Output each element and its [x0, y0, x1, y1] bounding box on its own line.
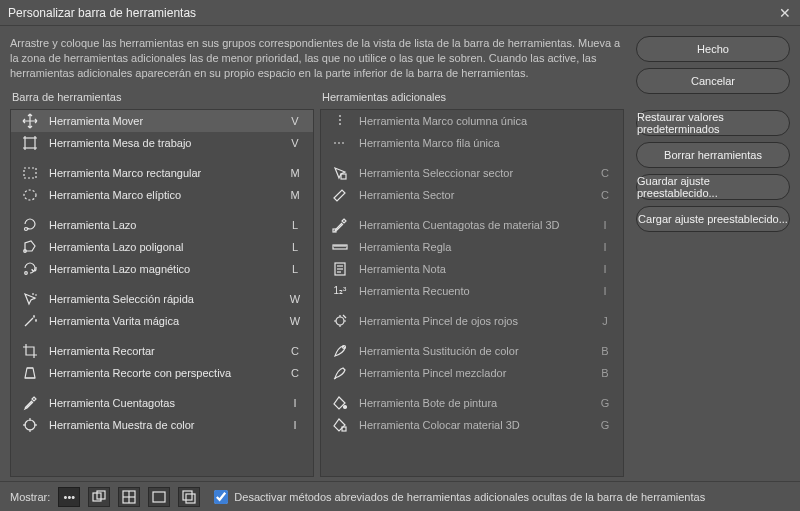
show-option-ellipsis[interactable]: ••• — [58, 487, 80, 507]
show-option-stack[interactable] — [178, 487, 200, 507]
tool-row[interactable]: Herramienta Pincel de ojos rojosJ — [321, 310, 623, 332]
tool-row[interactable]: Herramienta Varita mágicaW — [11, 310, 313, 332]
tool-row[interactable]: Herramienta Pincel mezcladorB — [321, 362, 623, 384]
tool-label: Herramienta Lazo — [49, 219, 277, 231]
tool-row[interactable]: Herramienta Marco columna única — [321, 110, 623, 132]
tool-label: Herramienta Selección rápida — [49, 293, 277, 305]
tool-row[interactable]: Herramienta Sustitución de colorB — [321, 340, 623, 362]
tool-shortcut: V — [287, 137, 303, 149]
paint-bucket-icon — [331, 394, 349, 412]
disable-shortcuts-checkbox[interactable]: Desactivar métodos abreviados de herrami… — [214, 490, 705, 504]
show-option-overlap[interactable] — [88, 487, 110, 507]
tool-label: Herramienta Pincel mezclador — [359, 367, 587, 379]
tool-shortcut: C — [287, 367, 303, 379]
tool-label: Herramienta Marco fila única — [359, 137, 587, 149]
tool-row[interactable]: 1₂³Herramienta RecuentoI — [321, 280, 623, 302]
tool-label: Herramienta Mover — [49, 115, 277, 127]
tool-row[interactable]: Herramienta NotaI — [321, 258, 623, 280]
perspective-crop-icon — [21, 364, 39, 382]
tool-row[interactable]: Herramienta Recorte con perspectivaC — [11, 362, 313, 384]
tool-row[interactable]: Herramienta Lazo magnéticoL — [11, 258, 313, 280]
eyedropper-3d-icon — [331, 216, 349, 234]
tool-row[interactable]: Herramienta ReglaI — [321, 236, 623, 258]
magic-wand-icon — [21, 312, 39, 330]
tool-shortcut: I — [287, 419, 303, 431]
tool-row[interactable]: Herramienta Seleccionar sectorC — [321, 162, 623, 184]
description-text: Arrastre y coloque las herramientas en s… — [10, 36, 624, 81]
tool-row[interactable]: Herramienta Muestra de colorI — [11, 414, 313, 436]
tool-shortcut: W — [287, 315, 303, 327]
tool-row[interactable]: Herramienta CuentagotasI — [11, 392, 313, 414]
tool-label: Herramienta Mesa de trabajo — [49, 137, 277, 149]
tool-label: Herramienta Seleccionar sector — [359, 167, 587, 179]
clear-tools-button[interactable]: Borrar herramientas — [636, 142, 790, 168]
tool-row[interactable]: Herramienta Mesa de trabajoV — [11, 132, 313, 154]
disable-shortcuts-label: Desactivar métodos abreviados de herrami… — [234, 491, 705, 503]
tool-label: Herramienta Lazo poligonal — [49, 241, 277, 253]
svg-rect-9 — [24, 168, 36, 178]
done-button[interactable]: Hecho — [636, 36, 790, 62]
extra-header: Herramientas adicionales — [320, 89, 624, 109]
tool-label: Herramienta Colocar material 3D — [359, 419, 587, 431]
tool-row[interactable]: Herramienta Lazo poligonalL — [11, 236, 313, 258]
mixer-brush-icon — [331, 364, 349, 382]
redeye-icon — [331, 312, 349, 330]
tool-label: Herramienta Varita mágica — [49, 315, 277, 327]
tool-shortcut: J — [597, 315, 613, 327]
tool-label: Herramienta Bote de pintura — [359, 397, 587, 409]
svg-rect-51 — [186, 494, 195, 503]
tool-row[interactable]: Herramienta Marco fila única — [321, 132, 623, 154]
tool-label: Herramienta Cuentagotas de material 3D — [359, 219, 587, 231]
crop-icon — [21, 342, 39, 360]
color-replace-icon — [331, 342, 349, 360]
tool-label: Herramienta Regla — [359, 241, 587, 253]
tool-shortcut: G — [597, 419, 613, 431]
tool-shortcut: L — [287, 219, 303, 231]
cancel-button[interactable]: Cancelar — [636, 68, 790, 94]
tool-row[interactable]: Herramienta Colocar material 3DG — [321, 414, 623, 436]
extra-list[interactable]: Herramienta Marco columna únicaHerramien… — [320, 109, 624, 477]
tool-row[interactable]: Herramienta Marco elípticoM — [11, 184, 313, 206]
svg-rect-24 — [333, 229, 336, 232]
show-label: Mostrar: — [10, 491, 50, 503]
tool-shortcut: C — [287, 345, 303, 357]
tool-row[interactable]: Herramienta Cuentagotas de material 3DI — [321, 214, 623, 236]
restore-defaults-button[interactable]: Restaurar valores predeterminados — [636, 110, 790, 136]
svg-point-42 — [344, 405, 347, 408]
save-preset-button[interactable]: Guardar ajuste preestablecido... — [636, 174, 790, 200]
tool-row[interactable]: Herramienta Selección rápidaW — [11, 288, 313, 310]
tool-row[interactable]: Herramienta SectorC — [321, 184, 623, 206]
load-preset-button[interactable]: Cargar ajuste preestablecido... — [636, 206, 790, 232]
quick-select-icon — [21, 290, 39, 308]
close-icon[interactable]: ✕ — [778, 6, 792, 20]
tool-label: Herramienta Pincel de ojos rojos — [359, 315, 587, 327]
tool-label: Herramienta Recortar — [49, 345, 277, 357]
svg-rect-49 — [153, 492, 165, 502]
tool-row[interactable]: Herramienta MoverV — [11, 110, 313, 132]
single-col-icon — [331, 112, 349, 130]
tool-row[interactable]: Herramienta LazoL — [11, 214, 313, 236]
artboard-icon — [21, 134, 39, 152]
tool-label: Herramienta Cuentagotas — [49, 397, 277, 409]
note-icon — [331, 260, 349, 278]
tool-shortcut: I — [287, 397, 303, 409]
tool-row[interactable]: Herramienta RecortarC — [11, 340, 313, 362]
tool-row[interactable]: Herramienta Marco rectangularM — [11, 162, 313, 184]
tool-label: Herramienta Recuento — [359, 285, 587, 297]
marquee-rect-icon — [21, 164, 39, 182]
titlebar: Personalizar barra de herramientas ✕ — [0, 0, 800, 26]
toolbar-list[interactable]: Herramienta MoverVHerramienta Mesa de tr… — [10, 109, 314, 477]
svg-rect-23 — [341, 174, 346, 179]
tool-shortcut: I — [597, 285, 613, 297]
tool-shortcut: L — [287, 263, 303, 275]
ruler-icon — [331, 238, 349, 256]
tool-row[interactable]: Herramienta Bote de pinturaG — [321, 392, 623, 414]
slice-icon — [331, 186, 349, 204]
svg-point-16 — [25, 420, 35, 430]
svg-point-13 — [25, 271, 28, 274]
disable-shortcuts-input[interactable] — [214, 490, 228, 504]
show-option-frame[interactable] — [148, 487, 170, 507]
show-option-grid[interactable] — [118, 487, 140, 507]
tool-shortcut: I — [597, 219, 613, 231]
tool-shortcut: B — [597, 345, 613, 357]
